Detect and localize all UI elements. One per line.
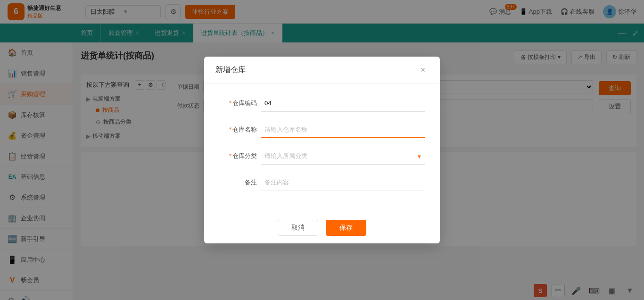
remark-input[interactable] bbox=[261, 174, 425, 191]
name-input[interactable] bbox=[261, 121, 425, 138]
code-label: 仓库编码 bbox=[219, 99, 257, 108]
code-input[interactable] bbox=[261, 95, 425, 112]
category-select[interactable]: 请输入所属分类 bbox=[261, 148, 425, 165]
modal-close-button[interactable]: × bbox=[417, 64, 429, 75]
category-label: 仓库分类 bbox=[219, 152, 257, 160]
cancel-button[interactable]: 取消 bbox=[278, 220, 318, 236]
modal-title: 新增仓库 bbox=[215, 65, 246, 75]
modal-footer: 取消 保存 bbox=[204, 212, 440, 243]
form-row-name: 仓库名称 bbox=[219, 121, 425, 138]
modal-body: 仓库编码 仓库名称 仓库分类 请输入所属分类 ▾ 备注 bbox=[204, 83, 440, 212]
modal-header: 新增仓库 × bbox=[204, 57, 440, 83]
form-row-category: 仓库分类 请输入所属分类 ▾ bbox=[219, 148, 425, 165]
form-row-remark: 备注 bbox=[219, 174, 425, 191]
name-label: 仓库名称 bbox=[219, 125, 257, 134]
form-row-code: 仓库编码 bbox=[219, 95, 425, 112]
modal-overlay: 新增仓库 × 仓库编码 仓库名称 仓库分类 请输入所属分类 ▾ bbox=[0, 0, 644, 300]
save-button[interactable]: 保存 bbox=[326, 220, 366, 236]
add-warehouse-modal: 新增仓库 × 仓库编码 仓库名称 仓库分类 请输入所属分类 ▾ bbox=[204, 57, 440, 243]
category-select-wrapper: 请输入所属分类 ▾ bbox=[261, 148, 425, 165]
remark-label: 备注 bbox=[219, 178, 257, 187]
